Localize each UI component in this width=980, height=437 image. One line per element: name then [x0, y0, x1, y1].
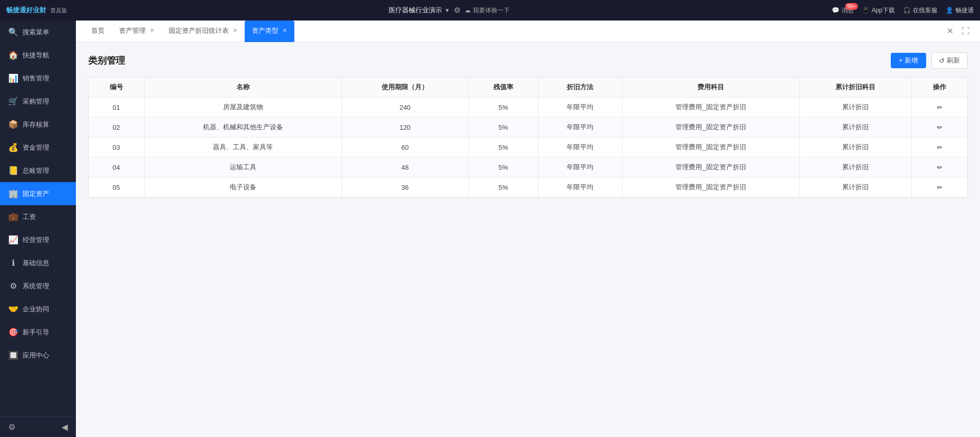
- cell-r0-c5[interactable]: 管理费用_固定资产折旧: [622, 97, 799, 117]
- cell-r3-c3: 5%: [468, 157, 538, 177]
- message-button[interactable]: 💬 消息 99+: [832, 6, 854, 15]
- cell-r3-c6[interactable]: 累计折旧: [799, 157, 912, 177]
- col-header-7: 操作: [912, 77, 968, 97]
- message-icon: 💬: [832, 7, 839, 14]
- cell-r4-c6[interactable]: 累计折旧: [799, 177, 912, 197]
- user-icon: 👤: [946, 7, 953, 14]
- company-selector[interactable]: 医疗器械行业演示 ▼: [389, 6, 450, 15]
- sidebar-item-system[interactable]: ⚙ 系统管理: [0, 274, 76, 297]
- tab-label-asset-type: 资产类型: [252, 26, 278, 35]
- sidebar-icon-system: ⚙: [8, 281, 18, 291]
- sidebar-item-ledger[interactable]: 📒 总账管理: [0, 159, 76, 182]
- page-content: 类别管理 + 新增 ↺ 刷新 编号名称使用期限（月）残值率折旧方法费用科目累计折…: [76, 42, 980, 437]
- sidebar-label-sales: 销售管理: [23, 74, 49, 83]
- col-header-2: 使用期限（月）: [342, 77, 468, 97]
- cell-r4-c1: 电子设备: [144, 177, 342, 197]
- cell-r3-c0[interactable]: 04: [89, 157, 145, 177]
- tab-close-asset-management[interactable]: ✕: [150, 27, 154, 34]
- main-layout: 🔍 搜索菜单 🏠 快捷导航 📊 销售管理 🛒 采购管理 📦 库存核算 💰 资金管…: [0, 21, 980, 437]
- cell-r1-c7[interactable]: ✏: [912, 117, 968, 137]
- sidebar-bottom: ⚙ ◀: [0, 416, 76, 437]
- sidebar-item-search[interactable]: 🔍 搜索菜单: [0, 21, 76, 44]
- table-header-row: 编号名称使用期限（月）残值率折旧方法费用科目累计折旧科目操作: [89, 77, 968, 97]
- cell-r2-c4: 年限平均: [538, 137, 622, 157]
- cell-r0-c2: 240: [342, 97, 468, 117]
- tab-asset-management[interactable]: 资产管理✕: [112, 21, 162, 42]
- tab-label-home: 首页: [91, 26, 105, 35]
- sidebar-label-search: 搜索菜单: [23, 28, 49, 37]
- col-header-1: 名称: [144, 77, 342, 97]
- tab-depreciation-table[interactable]: 固定资产折旧统计表✕: [162, 21, 245, 42]
- top-bar-right: 💬 消息 99+ 📱 App下载 🎧 在线客服 👤 畅捷通: [832, 6, 974, 15]
- cell-r1-c5[interactable]: 管理费用_固定资产折旧: [622, 117, 799, 137]
- data-table: 编号名称使用期限（月）残值率折旧方法费用科目累计折旧科目操作 01房屋及建筑物2…: [88, 77, 968, 197]
- cell-r4-c3: 5%: [468, 177, 538, 197]
- sidebar-icon-enterprise: 🤝: [8, 304, 18, 314]
- sidebar-item-sales[interactable]: 📊 销售管理: [0, 67, 76, 90]
- tab-close-asset-type[interactable]: ✕: [283, 27, 287, 34]
- sidebar-label-fixed-assets: 固定资产: [23, 189, 49, 198]
- cell-r4-c7[interactable]: ✏: [912, 177, 968, 197]
- sidebar-item-operations[interactable]: 📈 经营管理: [0, 228, 76, 251]
- table-row: 02机器、机械和其他生产设备1205%年限平均管理费用_固定资产折旧累计折旧✏: [89, 117, 968, 137]
- cell-r2-c0[interactable]: 03: [89, 137, 145, 157]
- sidebar-settings-icon[interactable]: ⚙: [8, 422, 15, 432]
- online-service-label: 在线客服: [913, 6, 937, 15]
- col-header-5: 费用科目: [622, 77, 799, 97]
- tab-home[interactable]: 首页: [84, 21, 112, 42]
- cell-r4-c0[interactable]: 05: [89, 177, 145, 197]
- maximize-button[interactable]: ⛶: [959, 25, 972, 38]
- cell-r1-c1: 机器、机械和其他生产设备: [144, 117, 342, 137]
- sidebar-item-fixed-assets[interactable]: 🏢 固定资产: [0, 182, 76, 205]
- refresh-button[interactable]: ↺ 刷新: [931, 52, 968, 69]
- cell-r0-c1: 房屋及建筑物: [144, 97, 342, 117]
- cell-r2-c5[interactable]: 管理费用_固定资产折旧: [622, 137, 799, 157]
- online-service-button[interactable]: 🎧 在线客服: [903, 6, 937, 15]
- sidebar-item-quick-nav[interactable]: 🏠 快捷导航: [0, 44, 76, 67]
- tab-label-depreciation-table: 固定资产折旧统计表: [169, 26, 229, 35]
- cell-r3-c5[interactable]: 管理费用_固定资产折旧: [622, 157, 799, 177]
- app-download-button[interactable]: 📱 App下载: [862, 6, 895, 15]
- table-row: 01房屋及建筑物2405%年限平均管理费用_固定资产折旧累计折旧✏: [89, 97, 968, 117]
- col-header-6: 累计折旧科目: [799, 77, 912, 97]
- cell-r3-c4: 年限平均: [538, 157, 622, 177]
- cell-r3-c7[interactable]: ✏: [912, 157, 968, 177]
- sidebar-label-operations: 经营管理: [23, 235, 49, 245]
- cell-r1-c0[interactable]: 02: [89, 117, 145, 137]
- sidebar-collapse-icon[interactable]: ◀: [62, 422, 68, 432]
- refresh-icon: ↺: [939, 57, 945, 65]
- sidebar-label-capital: 资金管理: [23, 143, 49, 152]
- sidebar-icon-ledger: 📒: [8, 166, 18, 175]
- cell-r1-c2: 120: [342, 117, 468, 137]
- cell-r2-c6[interactable]: 累计折旧: [799, 137, 912, 157]
- cell-r2-c7[interactable]: ✏: [912, 137, 968, 157]
- cell-r1-c6[interactable]: 累计折旧: [799, 117, 912, 137]
- tab-close-depreciation-table[interactable]: ✕: [233, 27, 237, 34]
- experience-label: 我要体验一下: [473, 6, 510, 15]
- cell-r0-c7[interactable]: ✏: [912, 97, 968, 117]
- sidebar-item-enterprise[interactable]: 🤝 企业协同: [0, 297, 76, 321]
- sidebar-item-guide[interactable]: 🎯 新手引导: [0, 321, 76, 344]
- tab-asset-type[interactable]: 资产类型✕: [245, 21, 294, 42]
- sidebar-item-capital[interactable]: 💰 资金管理: [0, 136, 76, 159]
- settings-icon[interactable]: ⚙: [454, 6, 461, 15]
- sidebar-item-inventory[interactable]: 📦 库存核算: [0, 113, 76, 136]
- close-tab-button[interactable]: ✕: [945, 24, 955, 38]
- cell-r0-c6[interactable]: 累计折旧: [799, 97, 912, 117]
- sidebar-item-app-center[interactable]: 🔲 应用中心: [0, 344, 76, 367]
- new-button[interactable]: + 新增: [891, 53, 926, 68]
- cell-r0-c0[interactable]: 01: [89, 97, 145, 117]
- experience-button[interactable]: ☁ 我要体验一下: [465, 6, 510, 15]
- cell-r1-c4: 年限平均: [538, 117, 622, 137]
- app-download-label: App下载: [872, 6, 895, 15]
- cell-r4-c5[interactable]: 管理费用_固定资产折旧: [622, 177, 799, 197]
- sidebar-item-purchase[interactable]: 🛒 采购管理: [0, 90, 76, 113]
- sidebar-item-payroll[interactable]: 💼 工资: [0, 205, 76, 228]
- sidebar-icon-inventory: 📦: [8, 120, 18, 129]
- sidebar-item-basic-info[interactable]: ℹ 基础信息: [0, 251, 76, 274]
- table-body: 01房屋及建筑物2405%年限平均管理费用_固定资产折旧累计折旧✏02机器、机械…: [89, 97, 968, 197]
- cell-r1-c3: 5%: [468, 117, 538, 137]
- user-button[interactable]: 👤 畅捷通: [946, 6, 974, 15]
- col-header-3: 残值率: [468, 77, 538, 97]
- user-label: 畅捷通: [955, 6, 974, 15]
